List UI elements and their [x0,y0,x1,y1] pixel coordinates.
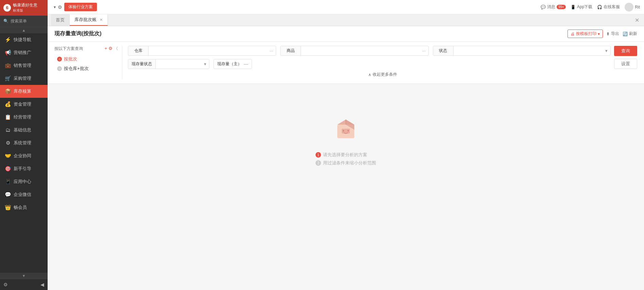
sidebar-item-sales[interactable]: 💼销售管理 [0,59,48,72]
nav-label-enterprise: 企业协同 [14,153,31,159]
filter-left-icons: + ⚙ 《 [104,46,118,52]
printer-icon: 🖨 [571,32,575,36]
tip-num-2: 2 [316,160,321,166]
tab-home[interactable]: 首页 [51,14,70,26]
empty-state: 1 请先选择要分析的方案 2 用过滤条件来缩小分析范围 [48,84,644,195]
sidebar-item-purchase[interactable]: 🛒采购管理 [0,72,48,85]
stock-qty-field: 现存量（主） — [214,59,252,69]
app-download-btn[interactable]: 📱 App下载 [571,4,592,10]
collapse-left-btn[interactable]: 《 [114,46,118,52]
sidebar-item-guide[interactable]: 🎯新手引导 [0,162,48,175]
sidebar-footer: ⚙ ◀ [0,279,48,290]
sidebar-item-operations[interactable]: 📋经营管理 [0,111,48,124]
message-icon: 💬 [541,5,546,10]
user-avatar [625,3,633,12]
dropdown-arrow-icon: ▾ [54,5,56,10]
stock-status-value [156,62,201,66]
scheme-dot-active: ⊙ [57,57,62,61]
topbar-left: ▾ ⚙ 体验行业方案 [52,3,537,11]
sidebar-header: 6 畅康通好生意 标准版 [0,0,48,16]
nav-label-purchase: 采购管理 [14,75,31,81]
nav-icon-system: ⚙ [5,140,11,146]
sidebar-item-basic[interactable]: 🗂基础信息 [0,124,48,137]
status-input[interactable] [454,47,603,55]
nav-icon-guide: 🎯 [5,166,11,172]
online-support-btn[interactable]: 🎧 在线客服 [597,4,620,10]
empty-tips: 1 请先选择要分析的方案 2 用过滤条件来缩小分析范围 [316,152,376,168]
stock-status-arrow[interactable]: ▾ [201,60,209,68]
trial-btn[interactable]: 体验行业方案 [64,3,97,11]
topbar-gear-btn[interactable]: ⚙ [58,4,62,10]
scheme-by-batch[interactable]: ⊙ 按批次 [54,54,118,64]
nav-icon-member: 👑 [5,204,11,211]
status-arrow-icon[interactable]: ▾ [603,47,610,55]
query-btn[interactable]: 查询 [614,46,637,56]
product-dots[interactable]: ··· [420,47,428,55]
refresh-btn[interactable]: 🔄 刷新 [623,31,637,37]
sidebar-item-system[interactable]: ⚙系统管理 [0,137,48,149]
svg-point-5 [343,130,344,132]
refresh-icon: 🔄 [623,32,628,36]
sidebar-item-marketing[interactable]: 📢营销推广 [0,46,48,59]
notification-badge: 99+ [557,5,566,9]
nav-label-inventory: 库存核算 [14,88,31,94]
page-title: 现存量查询(按批次) [54,30,102,37]
nav-label-quick-nav: 快捷导航 [14,37,31,43]
nav-label-finance: 资金管理 [14,101,31,107]
scheme-settings-btn[interactable]: ⚙ [108,46,113,52]
export-btn[interactable]: ⬆ 导出 [606,31,619,37]
nav-label-member: 畅会员 [14,204,27,211]
nav-label-marketing: 营销推广 [14,50,31,56]
nav-label-guide: 新手引导 [14,166,31,172]
sidebar-item-enterprise[interactable]: 🤝企业协同 [0,149,48,162]
stock-qty-dash: — [244,61,248,67]
scroll-down-btn[interactable]: ▼ [0,273,48,279]
print-dropdown-icon[interactable]: ▾ [598,32,600,36]
sidebar-item-quick-nav[interactable]: ⚡快捷导航 [0,33,48,46]
sidebar-nav: ⚡快捷导航📢营销推广💼销售管理🛒采购管理📦库存核算💰资金管理📋经营管理🗂基础信息… [0,33,48,273]
user-profile-btn[interactable]: Rit [625,3,640,12]
nav-label-wechat: 企业微信 [14,192,31,198]
sidebar-item-member[interactable]: 👑畅会员 [0,201,48,214]
warehouse-input[interactable] [149,47,267,55]
nav-label-sales: 销售管理 [14,62,31,69]
scroll-up-btn[interactable]: ▲ [0,27,48,33]
warehouse-field: 仓库 ··· [128,46,276,56]
settings-footer-icon[interactable]: ⚙ [3,282,8,287]
scheme-by-warehouse-batch[interactable]: ⊙ 按仓库+批次 [54,64,118,73]
nav-icon-basic: 🗂 [5,127,11,133]
collapse-more-btn[interactable]: ∧ 收起更多条件 [128,70,637,79]
add-scheme-btn[interactable]: + [104,46,107,52]
nav-icon-operations: 📋 [5,114,11,120]
status-label: 状态 [433,46,454,55]
notifications-btn[interactable]: 💬 消息 99+ [541,4,566,10]
sidebar-item-app-center[interactable]: 📱应用中心 [0,175,48,188]
headset-icon: 🎧 [597,5,602,10]
collapse-icon: ∧ [368,72,371,77]
close-tab-btn[interactable]: ✕ [633,16,641,24]
collapse-sidebar-btn[interactable]: ◀ [40,282,44,287]
topbar-dropdown[interactable]: ▾ [54,5,56,10]
product-field: 商品 ··· [280,46,428,56]
sidebar-item-finance[interactable]: 💰资金管理 [0,98,48,111]
page-content: 现存量查询(按批次) 🖨 按模板打印 ▾ ⬆ 导出 🔄 刷新 [48,26,644,290]
filter-right-panel: 仓库 ··· 商品 ··· 状态 [122,46,637,79]
warehouse-dots[interactable]: ··· [267,47,276,55]
tab-close-icon[interactable]: ✕ [100,18,103,22]
settings-btn[interactable]: 设置 [614,59,637,69]
product-input[interactable] [301,47,419,55]
tabs-bar: 首页 库存批次账 ✕ ✕ [48,14,644,26]
filter-left-header: 按以下方案查询 + ⚙ 《 [54,46,118,52]
company-name: 畅康通好生意 [13,3,37,8]
sidebar-search[interactable]: 🔍 搜索菜单 [0,16,48,27]
export-icon: ⬆ [606,32,610,36]
nav-label-basic: 基础信息 [14,127,31,133]
tab-inventory-batch[interactable]: 库存批次账 ✕ [70,14,108,26]
app-version: 标准版 [13,8,37,13]
print-btn[interactable]: 🖨 按模板打印 ▾ [567,30,603,38]
stock-qty-label: 现存量（主） [217,61,242,67]
filter-area: 按以下方案查询 + ⚙ 《 ⊙ 按批次 ⊙ 按仓库+批次 [48,42,644,84]
sidebar-item-inventory[interactable]: 📦库存核算 [0,85,48,98]
sidebar-item-wechat[interactable]: 💬企业微信 [0,188,48,201]
page-header-actions: 🖨 按模板打印 ▾ ⬆ 导出 🔄 刷新 [567,30,637,38]
